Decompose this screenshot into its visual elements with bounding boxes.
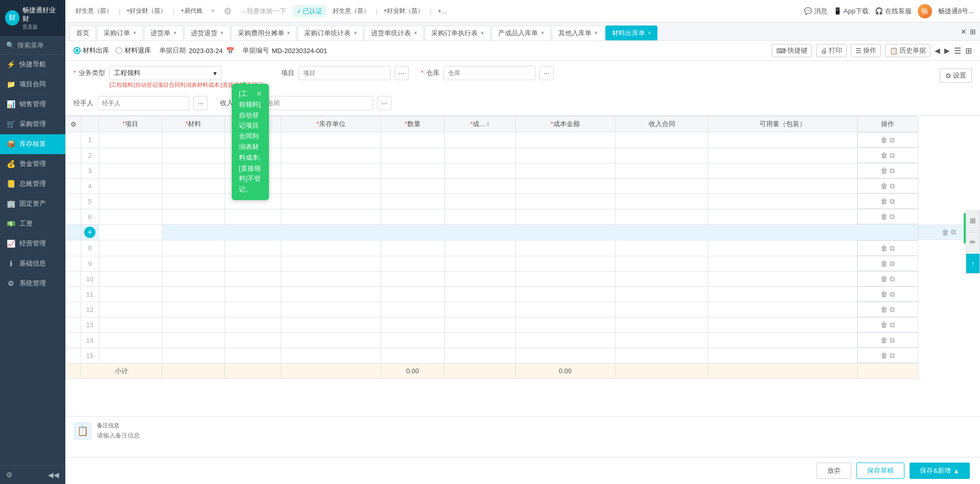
nav-more[interactable]: +... — [434, 6, 451, 17]
copy-row-11-btn[interactable]: ⧉ — [890, 290, 895, 299]
tab-close-purchase-stat[interactable]: × — [354, 30, 357, 36]
copy-row-1-btn[interactable]: ⧉ — [890, 136, 895, 144]
message-btn[interactable]: 💬 消息 — [804, 7, 827, 16]
tab-menu-icon[interactable]: ⊞ — [970, 28, 976, 36]
sidebar-item-inventory[interactable]: 📦 库存核算 — [0, 134, 65, 154]
copy-row-9-btn[interactable]: ⧉ — [890, 259, 895, 268]
copy-add-row-btn[interactable]: ⧉ — [951, 228, 956, 236]
sidebar-item-project[interactable]: 📁 项目合同 — [0, 75, 65, 94]
agent-input[interactable] — [97, 96, 189, 110]
operations-btn[interactable]: ☰ 操作 — [851, 44, 881, 57]
online-service-btn[interactable]: 🎧 在线客服 — [875, 7, 912, 16]
copy-row-14-btn[interactable]: ⧉ — [890, 336, 895, 345]
copy-row-3-btn[interactable]: ⧉ — [890, 166, 895, 175]
sidebar-item-basic-info[interactable]: ℹ 基础信息 — [0, 254, 65, 274]
calendar-icon[interactable]: 📅 — [226, 47, 234, 55]
tooltip-close-btn[interactable]: ✕ — [256, 89, 262, 100]
delete-row-14-btn[interactable]: 🗑 — [880, 336, 888, 344]
tab-finished-goods[interactable]: 产成品入库单 × — [492, 26, 551, 41]
sidebar-item-purchase[interactable]: 🛒 采购管理 — [0, 114, 65, 134]
delete-row-5-btn[interactable]: 🗑 — [880, 197, 888, 205]
delete-row-9-btn[interactable]: 🗑 — [880, 259, 888, 268]
tab-purchase-fee[interactable]: 采购费用分摊单 × — [231, 26, 297, 41]
tab-goods-return[interactable]: 进货退货 × — [184, 26, 230, 41]
tab-close-finished-goods[interactable]: × — [541, 30, 544, 36]
user-avatar[interactable]: 畅 — [918, 4, 932, 18]
cell-cost-amount-2[interactable] — [515, 148, 616, 163]
tab-close-goods-stat[interactable]: × — [414, 30, 417, 36]
delete-row-4-btn[interactable]: 🗑 — [880, 182, 888, 190]
tab-goods-receipt[interactable]: 进货单 × — [144, 26, 183, 41]
copy-row-15-btn[interactable]: ⧉ — [890, 351, 895, 360]
discard-btn[interactable]: 放弃 — [817, 463, 851, 479]
nav-good-finance-2[interactable]: +好业财（苗） — [379, 5, 428, 17]
cell-income-contract-1[interactable] — [616, 132, 708, 148]
sidebar-item-system[interactable]: ⚙ 系统管理 — [0, 274, 65, 294]
save-draft-btn[interactable]: 保存草稿 — [856, 463, 904, 479]
project-input[interactable] — [299, 66, 390, 80]
right-icon-1[interactable]: ⊞ — [966, 210, 980, 231]
cell-unit-2[interactable] — [281, 148, 381, 163]
tab-close-purchase-order[interactable]: × — [133, 30, 136, 36]
cell-qty-1[interactable] — [381, 132, 445, 148]
copy-row-8-btn[interactable]: ⧉ — [890, 244, 895, 253]
cell-project-1[interactable] — [99, 132, 162, 148]
list-view-icon[interactable]: ☰ — [954, 46, 961, 56]
cell-item-1[interactable] — [162, 132, 225, 148]
experience-btn[interactable]: ○ 我要体验一下 — [238, 5, 290, 18]
right-icon-3[interactable]: ↑ — [966, 253, 980, 274]
copy-row-13-btn[interactable]: ⧉ — [890, 321, 895, 329]
nav-next-btn[interactable]: ▶ — [944, 46, 950, 55]
settings-bottom-icon[interactable]: ⚙ — [6, 471, 13, 479]
sidebar-item-search[interactable]: 🔍 搜索菜单 — [0, 37, 65, 55]
collapse-icon[interactable]: ◀◀ — [48, 471, 59, 479]
delete-row-13-btn[interactable]: 🗑 — [880, 321, 888, 329]
grid-view-icon[interactable]: ⊞ — [965, 46, 972, 56]
close-all-icon[interactable]: ✕ — [961, 28, 967, 36]
tab-purchase-exec[interactable]: 采购订单执行表 × — [425, 26, 491, 41]
radio-material-issue[interactable]: 材料出库 — [74, 46, 109, 55]
delete-row-1-btn[interactable]: 🗑 — [880, 136, 888, 144]
tab-close-purchase-exec[interactable]: × — [481, 30, 484, 36]
project-ellipsis-btn[interactable]: ··· — [395, 66, 409, 80]
business-type-select[interactable]: 工程领料 ▾ — [109, 66, 222, 80]
copy-row-4-btn[interactable]: ⧉ — [890, 182, 895, 190]
tab-goods-stat[interactable]: 进货单统计表 × — [364, 26, 424, 41]
warehouse-ellipsis-btn[interactable]: ··· — [540, 66, 554, 80]
settings-btn[interactable]: ⚙ — [219, 4, 236, 19]
shortcut-btn[interactable]: ⌨ 快捷键 — [772, 44, 812, 57]
tab-close-purchase-fee[interactable]: × — [287, 30, 290, 36]
cell-qty-2[interactable] — [381, 148, 445, 163]
remark-input[interactable] — [97, 431, 972, 452]
delete-row-6-btn[interactable]: 🗑 — [880, 212, 888, 221]
copy-row-6-btn[interactable]: ⧉ — [890, 212, 895, 221]
delete-row-10-btn[interactable]: 🗑 — [880, 275, 888, 283]
copy-row-12-btn[interactable]: ⧉ — [890, 305, 895, 314]
save-new-btn[interactable]: 保存&新增 ▲ — [910, 463, 970, 479]
sidebar-item-operations[interactable]: 📈 经营管理 — [0, 234, 65, 254]
cell-income-contract-2[interactable] — [616, 148, 708, 163]
delete-row-12-btn[interactable]: 🗑 — [880, 305, 888, 313]
cell-cost-2[interactable] — [444, 148, 515, 163]
tab-close-goods-return[interactable]: × — [220, 30, 224, 36]
nav-good-business[interactable]: 好生意（苗） — [71, 5, 116, 17]
app-download-btn[interactable]: 📱 App下载 — [834, 7, 869, 16]
income-contract-input[interactable] — [251, 96, 373, 110]
delete-row-3-btn[interactable]: 🗑 — [880, 166, 888, 175]
agent-ellipsis-btn[interactable]: ··· — [193, 96, 208, 110]
delete-row-11-btn[interactable]: 🗑 — [880, 290, 888, 298]
settings-form-btn[interactable]: ⚙ 设置 — [940, 68, 972, 83]
cell-available-1[interactable] — [708, 132, 857, 148]
sidebar-item-fixed-assets[interactable]: 🏢 固定资产 — [0, 194, 65, 214]
sidebar-item-finance[interactable]: 💰 资金管理 — [0, 154, 65, 174]
sidebar-item-ledger[interactable]: 📒 总账管理 — [0, 174, 65, 194]
cell-project-2[interactable] — [99, 148, 162, 163]
delete-add-row-btn[interactable]: 🗑 — [942, 228, 949, 236]
add-row-btn[interactable]: + — [84, 227, 95, 238]
copy-row-5-btn[interactable]: ⧉ — [890, 197, 895, 206]
copy-row-2-btn[interactable]: ⧉ — [890, 151, 895, 160]
cell-cost-amount-1[interactable] — [515, 132, 616, 148]
income-contract-ellipsis-btn[interactable]: ··· — [377, 96, 391, 110]
delete-row-8-btn[interactable]: 🗑 — [880, 244, 888, 252]
cell-unit-1[interactable] — [281, 132, 381, 148]
